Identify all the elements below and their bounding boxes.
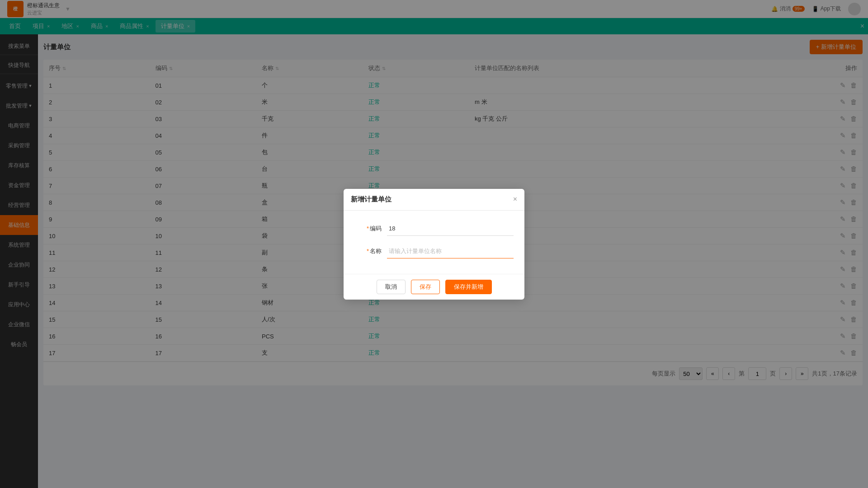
- modal-close-button[interactable]: ×: [513, 195, 517, 203]
- form-row-name: *名称: [354, 244, 514, 258]
- save-button[interactable]: 保存: [411, 280, 440, 294]
- form-label-name: *名称: [354, 247, 382, 255]
- form-row-code: *编码: [354, 221, 514, 236]
- name-input[interactable]: [387, 244, 514, 258]
- modal-header: 新增计量单位 ×: [344, 189, 524, 211]
- save-add-button[interactable]: 保存并新增: [445, 280, 492, 294]
- modal-footer: 取消 保存 保存并新增: [344, 274, 524, 300]
- modal-title: 新增计量单位: [351, 195, 392, 204]
- modal-add-unit: 新增计量单位 × *编码 *名称 取消 保存 保存并新增: [344, 189, 524, 300]
- modal-body: *编码 *名称: [344, 211, 524, 274]
- modal-overlay: 新增计量单位 × *编码 *名称 取消 保存 保存并新增: [0, 0, 868, 488]
- cancel-button[interactable]: 取消: [377, 280, 406, 294]
- form-label-code: *编码: [354, 225, 382, 233]
- required-mark-code: *: [367, 225, 369, 232]
- code-input[interactable]: [387, 221, 514, 236]
- required-mark-name: *: [367, 248, 369, 254]
